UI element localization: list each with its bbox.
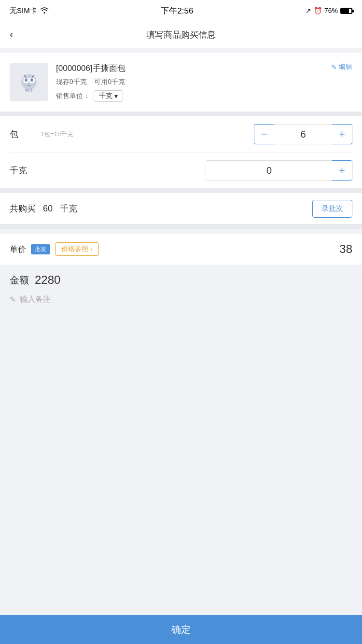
price-value: 38 <box>339 242 352 256</box>
unit-select[interactable]: 千克 ▾ <box>94 90 123 102</box>
price-section: 单价 批发 价格参照 › 38 <box>0 234 362 265</box>
product-stock: 现存0千克 可用0千克 <box>56 78 352 86</box>
price-row: 单价 批发 价格参照 › 38 <box>10 242 352 256</box>
alarm-icon: ⏰ <box>314 7 322 14</box>
product-info: [0000006]手撕面包 现存0千克 可用0千克 销售单位： 千克 ▾ <box>56 63 352 102</box>
quantity-controls-bao: − + <box>254 124 352 144</box>
amount-value: 2280 <box>35 273 60 287</box>
quantity-label-kg: 千克 <box>10 165 39 176</box>
quantity-sublabel-bao: 1包=10千克 <box>41 130 254 139</box>
status-right: ↗ ⏰ 76% <box>306 7 352 14</box>
increment-kg-button[interactable]: + <box>332 160 352 181</box>
dropdown-arrow-icon: ▾ <box>114 92 118 100</box>
carrier-label: 无SIM卡 <box>10 6 37 15</box>
remark-placeholder: 输入备注 <box>20 294 51 305</box>
page-title: 填写商品购买信息 <box>146 29 216 41</box>
location-icon: ↗ <box>306 7 311 14</box>
total-section: 共购买 60 千克 录批次 <box>0 193 362 224</box>
quantity-label-bao: 包 <box>10 128 39 140</box>
section-divider-3 <box>0 224 362 229</box>
edit-icon: ✎ <box>331 63 337 71</box>
wifi-icon <box>40 7 49 15</box>
increment-bao-button[interactable]: + <box>332 124 352 144</box>
section-divider-1 <box>0 112 362 116</box>
amount-label: 金额 <box>10 274 29 287</box>
quantity-controls-kg: + <box>206 160 352 181</box>
price-tag: 批发 <box>31 244 50 254</box>
price-ref-button[interactable]: 价格参照 › <box>55 242 99 256</box>
product-card: 智计 [0000006]手撕面包 现存0千克 可用0千克 销售单位： 千克 ▾ … <box>0 53 362 112</box>
quantity-section: 包 1包=10千克 − + 千克 + <box>0 116 362 188</box>
amount-section: 金额 2280 ✎ 输入备注 <box>0 265 362 305</box>
price-label: 单价 <box>10 244 26 255</box>
svg-text:智计: 智计 <box>25 88 33 93</box>
batch-button[interactable]: 录批次 <box>312 200 352 218</box>
remark-row[interactable]: ✎ 输入备注 <box>10 294 352 305</box>
svg-point-4 <box>30 79 33 82</box>
status-bar: 无SIM卡 下午2:56 ↗ ⏰ 76% <box>0 0 362 21</box>
pencil-icon: ✎ <box>10 295 16 304</box>
decrement-bao-button[interactable]: − <box>254 124 274 144</box>
product-image: 智计 <box>10 63 48 101</box>
status-time: 下午2:56 <box>161 5 193 16</box>
back-button[interactable]: ‹ <box>10 28 13 41</box>
product-unit-row: 销售单位： 千克 ▾ <box>56 90 352 102</box>
battery-icon <box>340 7 352 14</box>
product-name: [0000006]手撕面包 <box>56 63 352 74</box>
quantity-input-bao[interactable] <box>274 124 332 144</box>
edit-button[interactable]: ✎ 编辑 <box>331 63 352 71</box>
svg-point-3 <box>25 79 28 82</box>
battery-percent: 76% <box>324 7 338 14</box>
quantity-row-kg: 千克 + <box>10 153 352 188</box>
svg-point-0 <box>21 74 37 90</box>
empty-space <box>0 305 362 459</box>
total-text: 共购买 60 千克 <box>10 203 77 214</box>
nav-bar: ‹ 填写商品购买信息 <box>0 21 362 48</box>
section-divider-2 <box>0 188 362 193</box>
chevron-right-icon: › <box>90 245 93 253</box>
quantity-input-kg[interactable] <box>206 160 332 181</box>
status-left: 无SIM卡 <box>10 6 49 15</box>
quantity-row-bao: 包 1包=10千克 − + <box>10 116 352 153</box>
product-logo-icon: 智计 <box>17 69 41 96</box>
confirm-button[interactable]: 确定 <box>0 615 362 644</box>
total-amount: 60 <box>43 204 53 213</box>
amount-row: 金额 2280 <box>10 273 352 287</box>
